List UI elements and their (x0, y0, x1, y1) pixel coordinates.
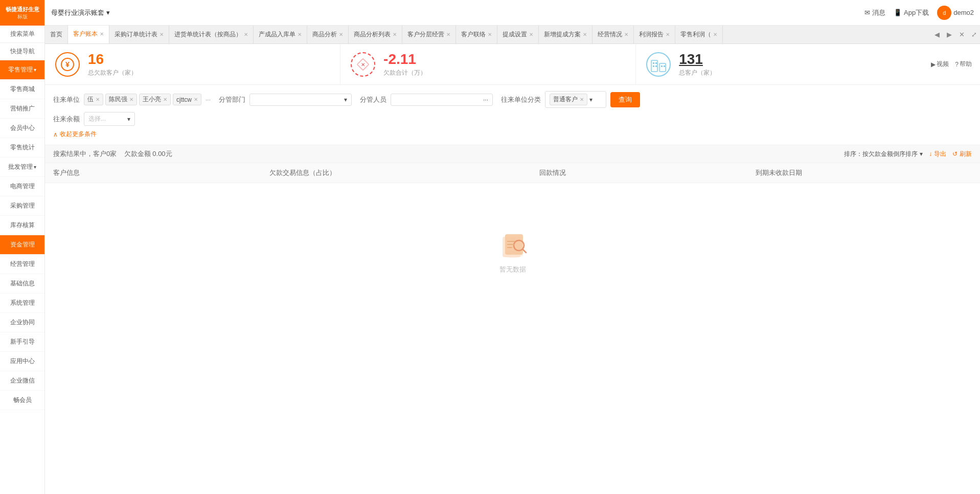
tab-8[interactable]: 客户联络✕ (456, 26, 497, 44)
close-icon[interactable]: ✕ (163, 97, 167, 102)
tab-prev-btn[interactable]: ◀ (931, 26, 943, 44)
stat-text-3: 131 总客户（家） (679, 51, 716, 77)
tab-label: 经营情况 (598, 30, 622, 39)
filter-person-select[interactable]: ··· (391, 94, 493, 106)
svg-rect-9 (655, 65, 657, 67)
query-button[interactable]: 查询 (610, 92, 640, 107)
account-name: 母婴行业演示账套 (51, 8, 104, 17)
tab-close-all-btn[interactable]: ✕ (955, 26, 968, 44)
help-button[interactable]: ? 帮助 (955, 60, 972, 69)
tab-close-icon[interactable]: ✕ (159, 32, 164, 37)
main-area: 母婴行业演示账套 ▾ ✉ 消息 📱 App下载 d demo2 首页客户账本✕采… (45, 0, 980, 494)
filter-category-label: 往来单位分类 (501, 95, 541, 104)
tab-0[interactable]: 首页 (45, 26, 68, 44)
tab-label: 零售利润（ (680, 30, 711, 39)
close-icon[interactable]: ✕ (96, 97, 100, 102)
svg-line-16 (522, 249, 526, 253)
filter-balance-select[interactable]: 选择... ▾ (84, 112, 135, 126)
collapse-button[interactable]: ∧ 收起更多条件 (53, 130, 972, 139)
sort-label: 排序：按欠款金额倒序排序 (844, 150, 918, 159)
tab-close-icon[interactable]: ✕ (713, 32, 717, 37)
help-icon: ? (955, 61, 959, 68)
sidebar-item-4[interactable]: 营销推广 (0, 99, 44, 119)
arrow-icon: ▾ (34, 67, 36, 73)
col-debt-info: 欠款交易信息（占比） (269, 168, 540, 177)
sidebar-item-6[interactable]: 零售统计 (0, 138, 44, 158)
tab-close-icon[interactable]: ✕ (624, 32, 628, 37)
sidebar-item-8[interactable]: 电商管理 (0, 177, 44, 196)
refresh-button[interactable]: ↺ 刷新 (952, 150, 972, 159)
tabbar: 首页客户账本✕采购订单统计表✕进货单统计表（按商品）✕产成品入库单✕商品分析✕商… (45, 26, 980, 44)
message-icon: ✉ (864, 9, 870, 16)
tab-2[interactable]: 采购订单统计表✕ (109, 26, 169, 44)
video-button[interactable]: ▶ 视频 (931, 60, 949, 69)
tab-close-icon[interactable]: ✕ (393, 32, 397, 37)
sidebar-item-13[interactable]: 基础信息 (0, 274, 44, 294)
tab-9[interactable]: 提成设置✕ (497, 26, 539, 44)
tab-close-icon[interactable]: ✕ (100, 31, 104, 37)
topbar-left: 母婴行业演示账套 ▾ (51, 8, 110, 17)
tab-6[interactable]: 商品分析列表✕ (349, 26, 402, 44)
help-label: 帮助 (960, 60, 972, 69)
tab-close-icon[interactable]: ✕ (244, 32, 248, 37)
tab-close-icon[interactable]: ✕ (488, 32, 492, 37)
tab-10[interactable]: 新增提成方案✕ (539, 26, 592, 44)
sidebar-item-18[interactable]: 企业微信 (0, 371, 44, 391)
sidebar-item-14[interactable]: 系统管理 (0, 294, 44, 313)
user-profile[interactable]: d demo2 (937, 6, 974, 20)
sidebar-item-11[interactable]: 资金管理 (0, 235, 44, 255)
tab-close-icon[interactable]: ✕ (298, 32, 302, 37)
sidebar-item-10[interactable]: 库存核算 (0, 216, 44, 235)
result-bar-right: 排序：按欠款金额倒序排序 ▾ ↓ 导出 ↺ 刷新 (844, 150, 972, 159)
tab-3[interactable]: 进货单统计表（按商品）✕ (169, 26, 254, 44)
sidebar-item-19[interactable]: 畅会员 (0, 391, 44, 410)
tab-close-icon[interactable]: ✕ (339, 32, 343, 37)
tab-maximize-btn[interactable]: ⤢ (968, 26, 980, 44)
tab-4[interactable]: 产成品入库单✕ (254, 26, 307, 44)
stat-number-2: -2.11 (383, 51, 426, 68)
refresh-icon: ↺ (952, 150, 958, 158)
amount-text: 欠款金额 0.00元 (124, 150, 172, 158)
sidebar-item-17[interactable]: 应用中心 (0, 352, 44, 371)
tab-11[interactable]: 经营情况✕ (592, 26, 634, 44)
col-due-date: 到期未收款日期 (756, 168, 972, 177)
tab-1[interactable]: 客户账本✕ (68, 26, 109, 44)
sidebar-item-7[interactable]: 批发管理▾ (0, 158, 44, 177)
close-icon[interactable]: ✕ (194, 97, 198, 102)
tab-close-icon[interactable]: ✕ (666, 32, 670, 37)
stat-icon-3 (646, 52, 671, 77)
sidebar-item-15[interactable]: 企业协同 (0, 313, 44, 332)
sidebar-item-2[interactable]: 零售管理▾ (0, 60, 44, 80)
sidebar-item-3[interactable]: 零售商城 (0, 80, 44, 99)
filter-dept-select[interactable]: ▾ (249, 94, 352, 106)
filter-more-tags[interactable]: ··· (206, 96, 211, 103)
filter-category-select[interactable]: 普通客户 ✕ ▾ (545, 91, 606, 108)
filter-row-1: 往来单位 伍✕陈民强✕王小亮✕cjttcw✕ ··· 分管部门 ▾ 分管人员 ·… (53, 91, 972, 108)
download-button[interactable]: 📱 App下载 (894, 8, 929, 17)
tab-12[interactable]: 利润报告✕ (634, 26, 675, 44)
tab-close-icon[interactable]: ✕ (529, 32, 533, 37)
tab-label: 提成设置 (503, 30, 527, 39)
tab-label: 首页 (50, 30, 62, 39)
tab-7[interactable]: 客户分层经营✕ (402, 26, 456, 44)
tab-close-icon[interactable]: ✕ (446, 32, 450, 37)
col-repayment: 回款情况 (539, 168, 756, 177)
account-selector[interactable]: 母婴行业演示账套 ▾ (51, 8, 110, 17)
sort-selector[interactable]: 排序：按欠款金额倒序排序 ▾ (844, 150, 923, 159)
sidebar-item-9[interactable]: 采购管理 (0, 196, 44, 216)
sidebar-item-0[interactable]: 搜索菜单 (0, 26, 44, 43)
svg-rect-7 (655, 62, 657, 64)
tab-next-btn[interactable]: ▶ (943, 26, 955, 44)
tab-close-icon[interactable]: ✕ (583, 32, 587, 37)
sidebar-item-16[interactable]: 新手引导 (0, 332, 44, 352)
close-category-icon[interactable]: ✕ (580, 97, 584, 102)
stat-number-1: 16 (88, 51, 137, 68)
message-button[interactable]: ✉ 消息 (864, 8, 885, 17)
tab-13[interactable]: 零售利润（✕ (675, 26, 723, 44)
close-icon[interactable]: ✕ (129, 97, 133, 102)
sidebar-item-1[interactable]: 快捷导航 (0, 43, 44, 60)
export-button[interactable]: ↓ 导出 (929, 150, 946, 159)
sidebar-item-12[interactable]: 经营管理 (0, 255, 44, 274)
tab-5[interactable]: 商品分析✕ (307, 26, 349, 44)
sidebar-item-5[interactable]: 会员中心 (0, 119, 44, 138)
